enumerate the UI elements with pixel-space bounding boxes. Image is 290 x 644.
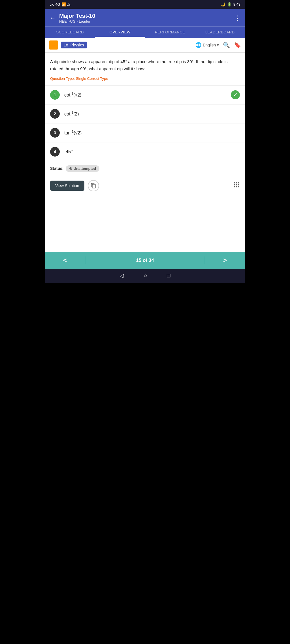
svg-point-1 (236, 182, 237, 183)
svg-point-2 (238, 182, 239, 183)
tab-bar: SCOREBOARD OVERVIEW PERFORMANCE LEADERBO… (45, 26, 245, 38)
question-number: 18 (64, 43, 68, 47)
status-left: Jio 4G 📶 ⚠ (50, 2, 71, 7)
language-label: English (203, 43, 216, 47)
question-type: Question Type: Single Correct Type (50, 76, 240, 81)
option-2[interactable]: 2 cot-1(2) (45, 104, 245, 123)
signal-icon: 📶 (61, 2, 66, 7)
bottom-black-area (45, 283, 245, 425)
option-3[interactable]: 3 tan-1(√2) (45, 123, 245, 142)
page-title: Major Test-10 (59, 13, 95, 19)
carrier-text: Jio 4G (50, 2, 60, 7)
next-button[interactable]: > (205, 257, 245, 264)
android-home-button[interactable]: ○ (144, 272, 147, 279)
status-bar: Jio 4G 📶 ⚠ 🌙 🔋 8:43 (45, 0, 245, 9)
moon-icon: 🌙 (221, 2, 225, 7)
copy-button[interactable] (88, 180, 99, 191)
option-3-text: tan-1(√2) (64, 130, 240, 136)
svg-point-8 (238, 186, 239, 187)
option-1[interactable]: 1 cot-1(√2) ✓ (45, 85, 245, 104)
prev-button[interactable]: < (45, 257, 85, 264)
tab-scoreboard[interactable]: SCOREBOARD (45, 27, 95, 38)
filter-bar: 18 Physics 🌐 English ▾ 🔍 🔖 (45, 38, 245, 53)
content-spacer (45, 195, 245, 252)
action-bar: View Solution (45, 176, 245, 195)
tab-performance[interactable]: PERFORMANCE (145, 27, 195, 38)
question-badge: 18 Physics (61, 42, 87, 48)
svg-point-3 (234, 184, 235, 185)
copy-icon (91, 183, 96, 189)
filter-icon (51, 43, 56, 47)
zoom-button[interactable]: 🔍 (223, 42, 230, 48)
battery-icon: 🔋 (227, 2, 232, 7)
grid-icon (233, 181, 240, 188)
option-1-text: cot-1(√2) (64, 92, 231, 98)
tab-overview[interactable]: OVERVIEW (95, 27, 145, 38)
android-nav-bar: ◁ ○ □ (45, 269, 245, 283)
android-back-button[interactable]: ◁ (120, 272, 124, 279)
option-1-number: 1 (50, 90, 60, 100)
grid-button[interactable] (233, 181, 240, 190)
language-button[interactable]: 🌐 English ▾ (195, 42, 219, 48)
bookmark-button[interactable]: 🔖 (234, 42, 241, 48)
time-text: 8:43 (233, 2, 240, 7)
chevron-down-icon: ▾ (217, 43, 219, 47)
question-area: A dip circle shows an apparent dip of 45… (45, 53, 245, 85)
svg-point-0 (234, 182, 235, 183)
option-2-number: 2 (50, 109, 60, 119)
android-recent-button[interactable]: □ (167, 272, 170, 279)
view-solution-button[interactable]: View Solution (50, 181, 84, 191)
svg-point-4 (236, 184, 237, 185)
status-badge: ⊗ Unattempted (66, 165, 99, 172)
status-row: Status: ⊗ Unattempted (45, 161, 245, 176)
question-subject: Physics (70, 43, 84, 47)
page-subtitle: NEET-UG - Leader (59, 19, 95, 23)
option-4-number: 4 (50, 147, 60, 157)
correct-tick-icon: ✓ (231, 90, 240, 99)
status-icon: ⊗ (69, 166, 72, 171)
options-list: 1 cot-1(√2) ✓ 2 cot-1(2) 3 tan-1(√2) 4 -… (45, 85, 245, 161)
back-button[interactable]: ← (50, 14, 56, 22)
svg-point-6 (234, 186, 235, 187)
status-right: 🌙 🔋 8:43 (221, 2, 240, 7)
more-options-button[interactable]: ⋮ (234, 14, 240, 22)
svg-point-5 (238, 184, 239, 185)
filter-button[interactable] (49, 40, 58, 50)
alert-icon: ⚠ (67, 2, 71, 7)
status-value: Unattempted (73, 166, 96, 171)
question-text: A dip circle shows an apparent dip of 45… (50, 58, 240, 72)
option-3-number: 3 (50, 128, 60, 138)
status-label: Status: (50, 166, 63, 171)
tab-leaderboard[interactable]: LEADERBOARD (195, 27, 245, 38)
page-indicator: 15 of 34 (85, 258, 205, 263)
bottom-navigation: < 15 of 34 > (45, 252, 245, 269)
app-header: ← Major Test-10 NEET-UG - Leader ⋮ (45, 9, 245, 26)
option-4-text: -45° (64, 149, 240, 154)
option-4[interactable]: 4 -45° (45, 142, 245, 161)
globe-icon: 🌐 (195, 42, 202, 48)
option-2-text: cot-1(2) (64, 111, 240, 117)
svg-point-7 (236, 186, 237, 187)
